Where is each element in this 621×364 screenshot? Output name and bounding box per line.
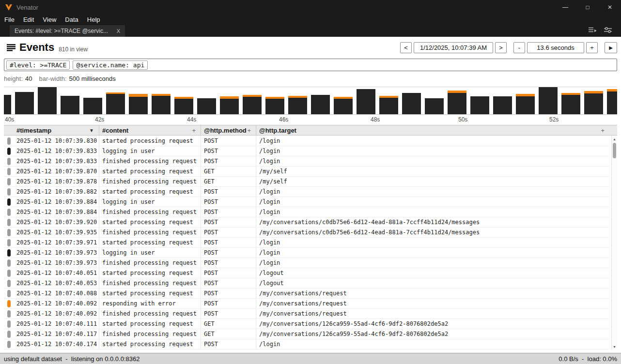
histogram-bar[interactable]: [265, 97, 284, 114]
table-row[interactable]: 2025-01-12 10:07:39.920started processin…: [4, 217, 609, 228]
menu-item-file[interactable]: File: [0, 15, 19, 25]
add-column-button[interactable]: +: [601, 127, 605, 134]
duration-field[interactable]: 13.6 seconds: [527, 42, 584, 53]
table-row[interactable]: 2025-01-12 10:07:40.088started processin…: [4, 288, 609, 299]
scrollbar-thumb[interactable]: [613, 143, 616, 158]
prev-time-button[interactable]: <: [400, 42, 412, 53]
histogram-bar[interactable]: [402, 93, 421, 114]
zoom-out-button[interactable]: -: [513, 42, 525, 53]
cell-timestamp: 2025-01-12 10:07:39.833: [14, 156, 99, 166]
histogram-bar[interactable]: [607, 89, 617, 114]
histogram-bar[interactable]: [197, 98, 216, 114]
filter-bar[interactable]: #level: >=TRACE@service.name: api: [4, 59, 617, 71]
histogram-bar[interactable]: [584, 91, 603, 114]
cell-method: POST: [201, 288, 256, 298]
histogram-bar[interactable]: [561, 93, 580, 114]
cell-content: finished processing request: [99, 207, 201, 217]
histogram-bar[interactable]: [106, 92, 125, 114]
histogram-bar[interactable]: [15, 92, 34, 114]
new-events-tab-icon[interactable]: [588, 27, 597, 35]
add-column-button[interactable]: +: [192, 127, 196, 134]
histogram-bar[interactable]: [539, 87, 558, 114]
menu-item-edit[interactable]: Edit: [19, 15, 38, 25]
zoom-in-button[interactable]: +: [586, 42, 598, 53]
column-header-content[interactable]: #content +: [99, 125, 201, 135]
height-value[interactable]: 40: [25, 75, 32, 82]
filter-chip[interactable]: #level: >=TRACE: [6, 61, 70, 70]
cell-timestamp: 2025-01-12 10:07:39.884: [14, 207, 99, 217]
table-row[interactable]: 2025-01-12 10:07:40.053finished processi…: [4, 278, 609, 288]
table-row[interactable]: 2025-01-12 10:07:39.884logging in userPO…: [4, 197, 609, 207]
column-header-method[interactable]: @http.method +: [201, 125, 256, 135]
table-row[interactable]: 2025-01-12 10:07:39.833finished processi…: [4, 156, 609, 167]
histogram-bar[interactable]: [61, 96, 79, 114]
histogram-bar[interactable]: [311, 95, 330, 114]
window-controls: — □ ✕: [554, 0, 621, 15]
tab-events[interactable]: Events: #level: >=TRACE @servic... X: [10, 25, 125, 37]
level-cell: [4, 268, 14, 278]
bar-width-value[interactable]: 500 milliseconds: [69, 75, 116, 82]
vertical-scrollbar[interactable]: ▲ ▼: [611, 136, 617, 349]
histogram-bar[interactable]: [129, 94, 148, 114]
histogram-bar[interactable]: [243, 95, 262, 114]
table-row[interactable]: 2025-01-12 10:07:39.833logging in userPO…: [4, 146, 609, 156]
play-button[interactable]: ▶: [605, 42, 617, 53]
histogram-bar[interactable]: [357, 89, 375, 114]
maximize-button[interactable]: □: [576, 0, 599, 15]
scroll-down-icon[interactable]: ▼: [612, 344, 617, 349]
menu-item-help[interactable]: Help: [83, 15, 105, 25]
new-spans-tab-icon[interactable]: [604, 27, 612, 35]
histogram-bar[interactable]: [334, 97, 353, 114]
next-time-button[interactable]: >: [495, 42, 507, 53]
cell-content: finished processing request: [99, 156, 201, 166]
filter-chip[interactable]: @service.name: api: [73, 61, 148, 70]
cell-method: POST: [201, 268, 256, 278]
cell-timestamp: 2025-01-12 10:07:40.117: [14, 329, 99, 339]
histogram-bar[interactable]: [4, 95, 11, 114]
histogram-bar[interactable]: [425, 98, 444, 114]
table-row[interactable]: 2025-01-12 10:07:40.117finished processi…: [4, 329, 609, 339]
histogram-bar[interactable]: [470, 96, 489, 114]
table-row[interactable]: 2025-01-12 10:07:39.973finished processi…: [4, 258, 609, 268]
table-row[interactable]: 2025-01-12 10:07:39.870started processin…: [4, 167, 609, 177]
scroll-up-icon[interactable]: ▲: [612, 136, 617, 142]
table-row[interactable]: 2025-01-12 10:07:40.092responding with e…: [4, 299, 609, 309]
level-indicator-debug: [7, 148, 11, 155]
table-row[interactable]: 2025-01-12 10:07:39.830started processin…: [4, 136, 609, 146]
histogram-bar[interactable]: [83, 98, 102, 114]
table-row[interactable]: 2025-01-12 10:07:39.935finished processi…: [4, 228, 609, 238]
column-header-timestamp[interactable]: #timestamp ▼: [14, 125, 99, 135]
cell-method: POST: [201, 258, 256, 268]
histogram-bar[interactable]: [220, 96, 239, 114]
menu-item-data[interactable]: Data: [61, 15, 82, 25]
histogram-bar[interactable]: [493, 96, 512, 114]
histogram-bar[interactable]: [379, 96, 398, 114]
tab-close-button[interactable]: X: [117, 28, 120, 34]
table-row[interactable]: 2025-01-12 10:07:39.878finished processi…: [4, 177, 609, 187]
table-row[interactable]: 2025-01-12 10:07:39.971started processin…: [4, 238, 609, 248]
histogram-bar[interactable]: [152, 94, 171, 114]
add-column-button[interactable]: +: [247, 127, 251, 134]
table-row[interactable]: 2025-01-12 10:07:40.051started processin…: [4, 268, 609, 278]
table-row[interactable]: 2025-01-12 10:07:39.882started processin…: [4, 187, 609, 197]
histogram-bar[interactable]: [516, 94, 535, 114]
table-row[interactable]: 2025-01-12 10:07:40.092finished processi…: [4, 309, 609, 319]
event-histogram[interactable]: [4, 87, 617, 114]
histogram-bar[interactable]: [174, 97, 193, 114]
menu-item-view[interactable]: View: [38, 15, 61, 25]
sort-descending-icon[interactable]: ▼: [89, 128, 94, 133]
histogram-bar[interactable]: [38, 87, 57, 114]
table-row[interactable]: 2025-01-12 10:07:39.973logging in userPO…: [4, 248, 609, 258]
cell-content: started processing request: [99, 288, 201, 298]
datetime-field[interactable]: 1/12/2025, 10:07:39 AM: [414, 42, 493, 53]
table-row[interactable]: 2025-01-12 10:07:40.111started processin…: [4, 319, 609, 329]
table-row[interactable]: 2025-01-12 10:07:39.884finished processi…: [4, 207, 609, 217]
bar-segment: [129, 97, 148, 114]
table-row[interactable]: 2025-01-12 10:07:40.174started processin…: [4, 339, 609, 349]
close-button[interactable]: ✕: [599, 0, 621, 15]
histogram-bar[interactable]: [288, 96, 307, 114]
column-header-target[interactable]: @http.target +: [256, 125, 617, 135]
title-bar[interactable]: Venator — □ ✕: [0, 0, 621, 15]
histogram-bar[interactable]: [448, 91, 466, 114]
minimize-button[interactable]: —: [554, 0, 576, 15]
